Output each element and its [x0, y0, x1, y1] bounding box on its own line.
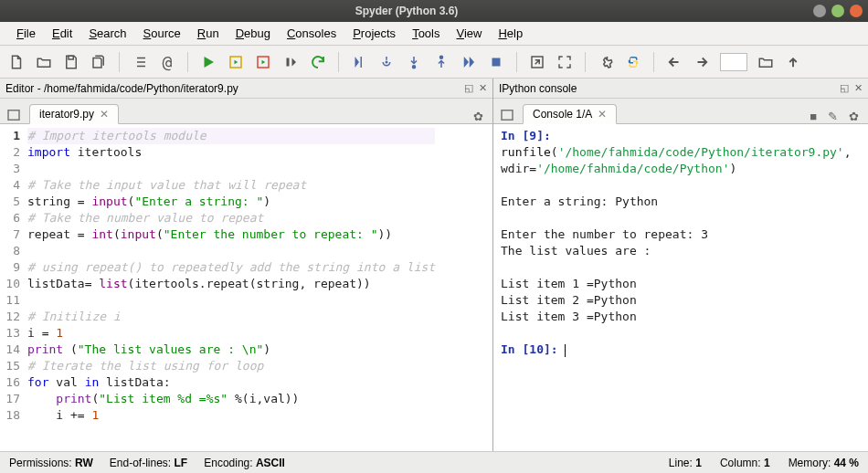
menu-file[interactable]: File	[9, 24, 43, 43]
menubar: FileEditSearchSourceRunDebugConsolesProj…	[0, 22, 868, 46]
list-icon[interactable]	[131, 53, 149, 71]
svg-rect-6	[492, 58, 501, 66]
debug-step-icon[interactable]	[377, 53, 396, 71]
status-permissions: Permissions: RW	[9, 457, 93, 469]
debug-icon[interactable]	[350, 53, 368, 71]
editor-pane-title: Editor - /home/fahmida/code/Python/itera…	[5, 82, 464, 95]
console-output: Enter the number to repeat: 3	[501, 227, 708, 241]
menu-debug[interactable]: Debug	[228, 24, 278, 43]
tab-close-icon[interactable]: ✕	[100, 108, 109, 121]
console-stop-icon[interactable]: ■	[810, 110, 817, 123]
run-cell-icon[interactable]	[227, 53, 245, 71]
run-icon[interactable]	[199, 53, 217, 71]
debug-stepout-icon[interactable]	[432, 53, 450, 71]
editor-pane: Editor - /home/fahmida/code/Python/itera…	[0, 79, 493, 451]
pane-undock-icon[interactable]: ◱	[464, 82, 473, 94]
menu-run[interactable]: Run	[190, 24, 227, 43]
console-output: List item 2 =Python	[501, 293, 637, 307]
editor-tab-label: iterator9.py	[39, 108, 94, 121]
ipython-console[interactable]: In [9]: runfile('/home/fahmida/code/Pyth…	[493, 124, 868, 451]
debug-continue-icon[interactable]	[460, 53, 478, 71]
window-minimize-icon[interactable]	[813, 5, 826, 17]
editor-options-icon[interactable]: ✿	[473, 110, 483, 123]
status-column: Column: 1	[720, 457, 770, 469]
pane-close-icon[interactable]: ✕	[854, 82, 863, 94]
debug-stop-icon[interactable]	[487, 53, 505, 71]
save-all-icon[interactable]	[90, 53, 108, 71]
save-icon[interactable]	[62, 53, 80, 71]
svg-point-4	[413, 65, 416, 68]
editor-tab[interactable]: iterator9.py ✕	[29, 104, 119, 124]
code-editor[interactable]: 123456789101112131415161718 # Import ite…	[0, 124, 492, 451]
console-tab[interactable]: Console 1/A ✕	[523, 104, 617, 124]
pane-undock-icon[interactable]: ◱	[840, 82, 849, 94]
pythonpath-icon[interactable]	[624, 53, 642, 71]
forward-icon[interactable]	[693, 53, 711, 71]
status-memory: Memory: 44 %	[789, 457, 859, 469]
console-tab-label: Console 1/A	[533, 108, 592, 121]
menu-source[interactable]: Source	[136, 24, 188, 43]
window-close-icon[interactable]	[850, 5, 863, 17]
svg-rect-8	[8, 110, 19, 121]
menu-edit[interactable]: Edit	[45, 24, 79, 43]
toolbar: @	[0, 46, 868, 79]
menu-tools[interactable]: Tools	[405, 24, 447, 43]
tab-close-icon[interactable]: ✕	[598, 108, 607, 121]
console-pane-title: IPython console	[499, 82, 840, 95]
browse-cwd-icon[interactable]	[757, 53, 775, 71]
maximize-pane-icon[interactable]	[528, 53, 546, 71]
window-title: Spyder (Python 3.6)	[5, 5, 808, 17]
status-eol: End-of-lines: LF	[110, 457, 187, 469]
console-output: List item 1 =Python	[501, 277, 637, 290]
parent-dir-icon[interactable]	[784, 53, 802, 71]
at-icon[interactable]: @	[158, 53, 176, 71]
tab-list-icon[interactable]	[499, 107, 515, 123]
open-file-icon[interactable]	[35, 53, 53, 71]
run-selection-icon[interactable]	[281, 53, 300, 71]
console-pane: IPython console ◱ ✕ Console 1/A ✕ ■ ✎ ✿ …	[493, 79, 868, 451]
svg-point-5	[440, 56, 443, 58]
menu-search[interactable]: Search	[81, 24, 133, 43]
new-file-icon[interactable]	[7, 53, 26, 71]
menu-consoles[interactable]: Consoles	[280, 24, 344, 43]
window-titlebar: Spyder (Python 3.6)	[0, 0, 868, 22]
console-output: The list values are :	[501, 244, 651, 258]
statusbar: Permissions: RW End-of-lines: LF Encodin…	[0, 451, 868, 473]
svg-rect-9	[502, 110, 513, 121]
window-maximize-icon[interactable]	[831, 5, 844, 17]
svg-point-3	[386, 60, 388, 63]
menu-projects[interactable]: Projects	[345, 24, 403, 43]
console-options-icon[interactable]: ✿	[849, 110, 859, 123]
pane-close-icon[interactable]: ✕	[479, 82, 487, 94]
status-encoding: Encoding: ASCII	[204, 457, 285, 469]
svg-rect-0	[69, 56, 73, 59]
preferences-icon[interactable]	[597, 53, 615, 71]
console-edit-icon[interactable]: ✎	[828, 110, 838, 123]
rerun-icon[interactable]	[309, 53, 327, 71]
run-cell-advance-icon[interactable]	[254, 53, 272, 71]
menu-help[interactable]: Help	[491, 24, 530, 43]
back-icon[interactable]	[665, 53, 683, 71]
console-output: Enter a string: Python	[501, 194, 658, 208]
fullscreen-icon[interactable]	[556, 53, 574, 71]
console-output: List item 3 =Python	[501, 310, 637, 323]
menu-view[interactable]: View	[449, 24, 489, 43]
tab-list-icon[interactable]	[5, 107, 22, 123]
debug-stepin-icon[interactable]	[405, 53, 423, 71]
status-line: Line: 1	[669, 457, 702, 469]
cwd-dropdown[interactable]	[720, 53, 747, 71]
